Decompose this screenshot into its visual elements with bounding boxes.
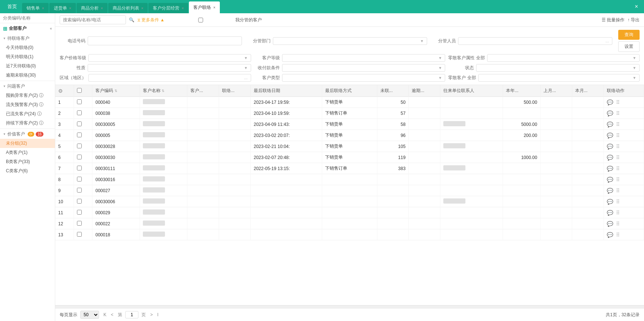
link-cell[interactable]: 下销货单 (325, 144, 343, 149)
chat-icon[interactable]: 💬 (607, 188, 613, 194)
more-action-icon[interactable]: ⠿ (616, 177, 620, 183)
export-btn[interactable]: ↑ 导出 (627, 17, 640, 23)
more-action-icon[interactable]: ⠿ (616, 121, 620, 127)
chat-icon[interactable]: 💬 (607, 199, 613, 205)
tab-analysis-list-close[interactable]: × (141, 6, 144, 10)
settings-icon[interactable]: ⚙ (58, 88, 63, 94)
link-cell[interactable]: 下销货单 (325, 121, 343, 127)
more-action-icon[interactable]: ⠿ (616, 155, 620, 160)
field-manager-select[interactable]: … (458, 37, 612, 45)
page-size-select[interactable]: 50 20 100 (80, 311, 99, 319)
sidebar-item-churned[interactable]: 已流失客户(24) ⓘ (0, 109, 55, 119)
tab-analysis-list[interactable]: 商品分析列表 × (108, 3, 148, 13)
chat-icon[interactable]: 💬 (607, 166, 613, 172)
row-checkbox[interactable] (77, 188, 82, 193)
last-page-btn[interactable]: I (156, 311, 160, 318)
chat-icon[interactable]: 💬 (607, 99, 613, 105)
row-checkbox[interactable] (77, 121, 82, 126)
tab-purchase-close[interactable]: × (69, 6, 71, 10)
sidebar-item-declining[interactable]: 持续下滑客户(2) ⓘ (0, 119, 55, 128)
row-checkbox[interactable] (77, 99, 82, 104)
row-checkbox[interactable] (77, 210, 82, 215)
row-checkbox[interactable] (77, 133, 82, 137)
more-action-icon[interactable]: ⠿ (616, 166, 620, 172)
chat-icon[interactable]: 💬 (607, 133, 613, 138)
link-cell[interactable]: 下销售订单 (325, 110, 347, 116)
more-action-icon[interactable]: ⠿ (616, 144, 620, 149)
my-customers-checkbox[interactable] (168, 18, 234, 22)
sidebar-item-tomorrow[interactable]: 明天待联络(1) (0, 52, 55, 61)
batch-op-btn[interactable]: ☰ 批量操作 (602, 17, 624, 23)
row-checkbox[interactable] (77, 199, 82, 204)
chat-icon[interactable]: 💬 (607, 210, 613, 216)
close-all-tabs[interactable]: × (632, 3, 641, 10)
link-cell[interactable]: 下销货单 (325, 99, 343, 105)
field-customer-type-select[interactable]: ▼ (282, 74, 446, 82)
tab-customer-contact-close[interactable]: × (213, 6, 215, 10)
field-customer-level-select[interactable]: ▼ (282, 54, 446, 62)
row-checkbox[interactable] (77, 155, 82, 159)
link-cell[interactable]: 下销货单 (325, 155, 343, 160)
search-input[interactable] (60, 15, 126, 24)
sidebar-item-7days[interactable]: 近7天待联络(0) (0, 61, 55, 71)
query-btn[interactable]: 查询 (618, 30, 640, 40)
sidebar-item-ungrouped[interactable]: 未分组(32) (0, 139, 55, 148)
more-action-icon[interactable]: ⠿ (616, 221, 620, 227)
all-customers-header[interactable]: ⊞ 全部客户 « (0, 23, 55, 34)
tab-sales-close[interactable]: × (42, 6, 44, 10)
field-scattered-customer-select[interactable]: ▼ (478, 74, 640, 82)
row-checkbox[interactable] (77, 166, 82, 170)
row-checkbox[interactable] (77, 221, 82, 226)
field-dept-select[interactable]: ▼ (273, 37, 427, 45)
row-checkbox[interactable] (77, 110, 82, 115)
sidebar-item-class-a[interactable]: A类客户(1) (0, 148, 55, 157)
more-action-icon[interactable]: ⠿ (616, 133, 620, 138)
sidebar-item-class-c[interactable]: C类客户(6) (0, 166, 55, 176)
sidebar-collapse-btn[interactable]: « (50, 27, 52, 31)
more-action-icon[interactable]: ⠿ (616, 99, 620, 105)
home-tab[interactable]: 首页 (3, 0, 21, 13)
reset-btn[interactable]: 设置 (618, 41, 640, 52)
tab-sales[interactable]: 销售单 × (22, 3, 49, 13)
sidebar-search-input[interactable] (3, 15, 55, 21)
field-price-level-select[interactable]: ▼ (88, 54, 251, 62)
sidebar-item-today[interactable]: 今天待联络(0) (0, 43, 55, 52)
row-checkbox[interactable] (77, 177, 82, 181)
next-page-btn[interactable]: > (149, 311, 154, 318)
more-action-icon[interactable]: ⠿ (616, 199, 620, 205)
field-scattered-attr-select[interactable]: ▼ (487, 54, 640, 62)
prev-page-btn[interactable]: < (109, 311, 115, 318)
more-action-icon[interactable]: ⠿ (616, 210, 620, 216)
tab-purchase[interactable]: 进货单 × (49, 3, 76, 13)
row-checkbox[interactable] (77, 232, 82, 237)
chat-icon[interactable]: 💬 (607, 155, 613, 160)
chat-icon[interactable]: 💬 (607, 144, 613, 149)
filter-search-icon[interactable]: 🔍 (129, 17, 134, 22)
select-all-checkbox[interactable] (77, 88, 82, 93)
page-number-input[interactable] (125, 311, 138, 318)
first-page-btn[interactable]: K (102, 311, 108, 318)
chat-icon[interactable]: 💬 (607, 110, 613, 116)
row-checkbox[interactable] (77, 144, 82, 148)
tab-customer-contact[interactable]: 客户联络 × (189, 1, 220, 13)
my-customers-filter[interactable]: 我分管的客户 (168, 17, 262, 23)
chat-icon[interactable]: 💬 (607, 232, 613, 238)
link-cell[interactable]: 下销售订单 (325, 166, 347, 171)
chat-icon[interactable]: 💬 (607, 121, 613, 127)
link-cell[interactable]: 下销货单 (325, 133, 343, 138)
tab-customer-layer-close[interactable]: × (182, 6, 184, 10)
field-nature-select[interactable]: ▼ (88, 64, 251, 72)
sidebar-item-class-b[interactable]: B类客户(33) (0, 157, 55, 166)
chat-icon[interactable]: 💬 (607, 221, 613, 227)
more-conditions-btn[interactable]: ⧖ 更多条件 ▲ (137, 17, 165, 23)
more-action-icon[interactable]: ⠿ (616, 232, 620, 238)
tab-customer-layer[interactable]: 客户分层经营 × (148, 3, 188, 13)
field-status-select[interactable]: ▼ (476, 64, 640, 72)
sidebar-item-hoarding[interactable]: 囤购异常客户(2) ⓘ (0, 91, 55, 100)
chat-icon[interactable]: 💬 (607, 177, 613, 183)
sidebar-item-churn-warning[interactable]: 流失预警客户(3) ⓘ (0, 100, 55, 109)
tab-analysis-close[interactable]: × (101, 6, 103, 10)
field-payment-select[interactable]: ▼ (282, 64, 446, 72)
more-action-icon[interactable]: ⠿ (616, 188, 620, 194)
bottom-scroll-bar[interactable] (55, 305, 644, 308)
